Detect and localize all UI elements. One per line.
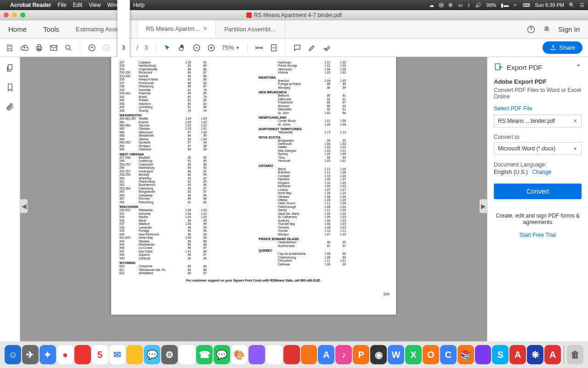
fit-page-icon[interactable] xyxy=(270,44,278,52)
share-button[interactable]: Share xyxy=(543,41,582,54)
page-up-icon[interactable] xyxy=(88,44,96,52)
next-page-arrow[interactable]: ▶ xyxy=(480,199,487,213)
dock-app-31[interactable]: A xyxy=(544,345,561,364)
convert-button[interactable]: Convert xyxy=(494,184,582,199)
dock-app-5[interactable]: 5 xyxy=(92,345,108,364)
dock-app-11[interactable]: ☎ xyxy=(196,345,213,364)
doc-tab-1[interactable]: RS Means Apartm…✕ xyxy=(138,20,216,38)
zoom-select[interactable]: 75% ▼ xyxy=(222,44,240,51)
zoom-in-icon[interactable] xyxy=(207,44,215,52)
menu-file[interactable]: File xyxy=(57,2,66,8)
export-sub: Convert PDF Files to Word or Excel Onlin… xyxy=(494,87,582,100)
dock-app-14[interactable] xyxy=(249,345,265,364)
dock-app-30[interactable]: ❋ xyxy=(527,345,543,364)
bell-icon[interactable] xyxy=(543,25,551,34)
collapse-icon[interactable]: ⌃ xyxy=(576,63,582,71)
dock-app-4[interactable] xyxy=(74,345,91,364)
menu-edit[interactable]: Edit xyxy=(73,2,83,8)
sign-icon[interactable] xyxy=(322,44,331,52)
help-icon[interactable] xyxy=(527,25,535,34)
page-down-icon[interactable] xyxy=(102,44,111,52)
close-tab-icon[interactable]: ✕ xyxy=(203,26,207,32)
attachment-icon[interactable] xyxy=(6,102,15,111)
menu-help[interactable]: Help xyxy=(133,2,145,8)
wifi-icon[interactable]: ᯤ xyxy=(513,2,518,8)
fit-width-icon[interactable] xyxy=(255,44,263,52)
dock-app-0[interactable]: ☺ xyxy=(5,345,21,364)
window-minimize[interactable] xyxy=(12,12,17,17)
dock-app-22[interactable]: W xyxy=(388,345,404,364)
battery-icon[interactable]: ▮▬ xyxy=(501,2,509,8)
bookmark-icon[interactable] xyxy=(6,83,15,92)
tools-button[interactable]: Tools xyxy=(35,20,68,38)
dock-app-23[interactable]: X xyxy=(405,345,422,364)
email-icon[interactable] xyxy=(50,44,58,52)
right-panel: Export PDF ⌃ Adobe Export PDF Convert PD… xyxy=(487,57,588,341)
dock-app-3[interactable]: ● xyxy=(57,345,74,364)
menu-icon[interactable]: ☰ xyxy=(580,2,584,8)
cloud-upload-icon[interactable] xyxy=(20,44,28,52)
display-icon[interactable]: ▭ xyxy=(458,2,463,8)
dock-app-21[interactable]: ◉ xyxy=(370,345,387,364)
svg-rect-12 xyxy=(495,64,500,70)
doc-tab-2[interactable]: Partition Assembl… xyxy=(216,20,285,38)
dock-app-8[interactable]: 💬 xyxy=(144,345,160,364)
input-icon[interactable]: ⌨ xyxy=(523,2,530,8)
comment-icon[interactable] xyxy=(293,44,301,52)
menubar-app-name[interactable]: Acrobat Reader xyxy=(10,2,51,8)
dock-app-12[interactable]: 💬 xyxy=(214,345,230,364)
svg-rect-2 xyxy=(38,45,40,47)
dock-app-25[interactable]: C xyxy=(440,345,457,364)
zoom-out-icon[interactable] xyxy=(192,44,201,52)
shield-icon[interactable]: ⛨ xyxy=(448,2,453,8)
search-icon[interactable] xyxy=(64,44,73,52)
clock[interactable]: Sun 6:39 PM xyxy=(535,2,564,8)
dock-app-16[interactable] xyxy=(283,345,300,364)
dock-app-1[interactable]: ✈ xyxy=(22,345,39,364)
dock-app-6[interactable]: ✉ xyxy=(109,345,126,364)
start-trial-link[interactable]: Start Free Trial xyxy=(494,232,582,238)
dock-app-32[interactable]: 🗑 xyxy=(567,345,583,364)
save-icon[interactable] xyxy=(6,44,14,52)
print-icon[interactable] xyxy=(35,44,43,52)
pointer-icon[interactable] xyxy=(163,44,171,52)
m-icon[interactable]: Ⓜ xyxy=(439,2,444,9)
dock-app-2[interactable]: ✦ xyxy=(40,345,56,364)
cloud-icon[interactable]: ☁ xyxy=(429,2,434,8)
sign-in-button[interactable]: Sign In xyxy=(558,25,580,33)
dock-app-26[interactable]: 📚 xyxy=(458,345,474,364)
dock-app-29[interactable]: A xyxy=(509,345,526,364)
prev-page-arrow[interactable]: ◀ xyxy=(20,199,28,213)
dock-app-20[interactable]: P xyxy=(353,345,369,364)
select-file-link[interactable]: Select PDF File xyxy=(494,105,582,112)
remove-file-icon[interactable]: ✕ xyxy=(573,118,577,124)
menu-view[interactable]: View xyxy=(89,2,101,8)
dock-app-10[interactable] xyxy=(179,345,195,364)
hand-icon[interactable] xyxy=(178,44,186,52)
window-close[interactable] xyxy=(4,12,9,17)
dock-app-15[interactable] xyxy=(266,345,283,364)
home-button[interactable]: Home xyxy=(0,20,35,38)
volume-icon[interactable]: 🔊 xyxy=(475,2,481,8)
dock-app-9[interactable]: ⚙ xyxy=(161,345,178,364)
pdf-page: 227Culpeper1.00.91228Harrisonburg.83.852… xyxy=(111,57,396,315)
thumbnails-icon[interactable] xyxy=(6,63,15,73)
dock-app-18[interactable]: A xyxy=(318,345,334,364)
page-number: 525 xyxy=(384,292,390,296)
dock-app-24[interactable]: O xyxy=(423,345,439,364)
dock-app-27[interactable] xyxy=(475,345,492,364)
spotlight-icon[interactable]: 🔍 xyxy=(569,2,575,8)
window-zoom[interactable] xyxy=(20,12,25,17)
dock-app-13[interactable]: 🎨 xyxy=(231,345,248,364)
svg-point-5 xyxy=(66,45,70,49)
bluetooth-icon[interactable]: ᚼ xyxy=(467,2,470,8)
change-lang-link[interactable]: Change xyxy=(532,169,551,175)
dock-app-17[interactable] xyxy=(301,345,317,364)
dock-app-19[interactable]: ♪ xyxy=(335,345,352,364)
dock-app-28[interactable]: S xyxy=(492,345,509,364)
dock-app-7[interactable] xyxy=(126,345,143,364)
highlight-icon[interactable] xyxy=(308,44,316,52)
document-area[interactable]: ◀ 227Culpeper1.00.91228Harrisonburg.83.8… xyxy=(20,57,487,341)
page-total: 3 xyxy=(145,44,148,51)
format-select[interactable]: Microsoft Word (*.docx)▼ xyxy=(494,142,582,155)
